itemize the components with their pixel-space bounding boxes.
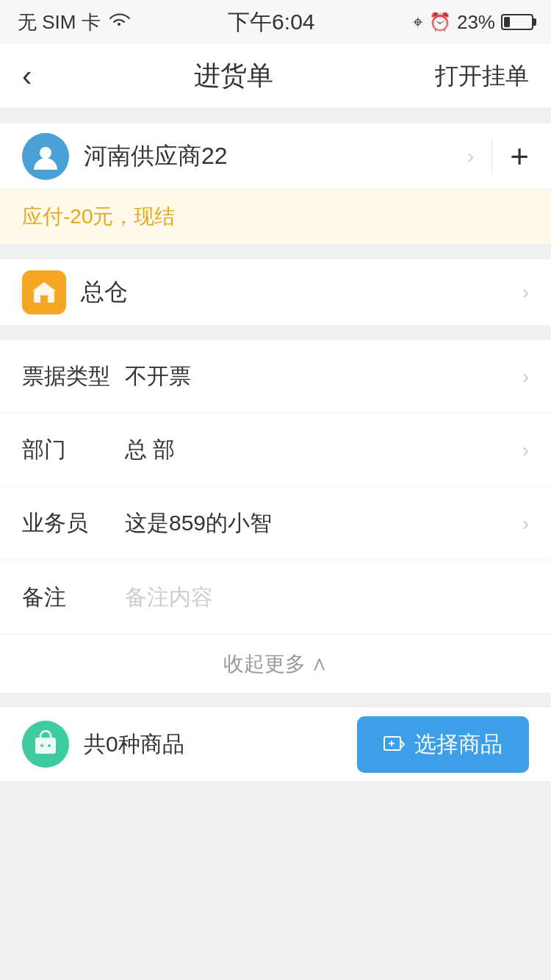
- invoice-type-arrow-icon: ›: [522, 365, 529, 389]
- remark-row[interactable]: 备注 备注内容: [0, 561, 551, 634]
- notice-bar: 应付-20元，现结: [0, 190, 551, 245]
- battery-icon: [501, 14, 533, 30]
- form-divider: [0, 325, 551, 340]
- form-section: 票据类型 不开票 › 部门 总 部 › 业务员 这是859的小智 › 备注 备注…: [0, 340, 551, 634]
- salesperson-arrow-icon: ›: [522, 512, 529, 536]
- invoice-type-row[interactable]: 票据类型 不开票 ›: [0, 340, 551, 414]
- warehouse-icon: [22, 270, 66, 314]
- alarm-icon: ⏰: [429, 12, 451, 32]
- product-icon: [22, 721, 69, 768]
- battery-percent: 23%: [457, 11, 495, 34]
- supplier-name: 河南供应商22: [84, 140, 467, 173]
- nav-bar: ‹ 进货单 打开挂单: [0, 44, 551, 109]
- svg-point-6: [48, 744, 51, 747]
- select-product-label: 选择商品: [414, 729, 503, 760]
- status-left: 无 SIM 卡: [18, 10, 130, 35]
- status-right: ⌖ ⏰ 23%: [413, 11, 533, 34]
- supplier-divider: [491, 138, 492, 175]
- status-bar: 无 SIM 卡 下午6:04 ⌖ ⏰ 23%: [0, 0, 551, 44]
- page-title: 进货单: [194, 58, 273, 94]
- supplier-section[interactable]: 河南供应商22 › +: [0, 123, 551, 190]
- salesperson-label: 业务员: [22, 508, 118, 538]
- salesperson-row[interactable]: 业务员 这是859的小智 ›: [0, 487, 551, 561]
- supplier-arrow-icon: ›: [467, 145, 474, 168]
- product-count-label: 共0种商品: [84, 729, 357, 760]
- collapse-button[interactable]: 收起更多 ∧: [0, 634, 551, 693]
- warehouse-name: 总仓: [81, 276, 522, 309]
- bottom-bar: 共0种商品 选择商品: [0, 707, 551, 781]
- svg-point-0: [40, 147, 51, 159]
- department-row[interactable]: 部门 总 部 ›: [0, 414, 551, 487]
- invoice-type-value: 不开票: [118, 361, 522, 392]
- open-pending-button[interactable]: 打开挂单: [435, 60, 529, 93]
- warehouse-arrow-icon: ›: [522, 281, 529, 304]
- page-background: [0, 781, 551, 980]
- carrier-label: 无 SIM 卡: [18, 10, 101, 35]
- svg-point-5: [40, 744, 43, 747]
- status-time: 下午6:04: [228, 7, 314, 37]
- department-arrow-icon: ›: [522, 439, 529, 462]
- svg-marker-2: [32, 282, 56, 291]
- supplier-avatar: [22, 133, 69, 180]
- svg-rect-3: [40, 295, 48, 303]
- top-divider: [0, 109, 551, 123]
- middle-divider: [0, 245, 551, 259]
- remark-value[interactable]: 备注内容: [118, 583, 529, 613]
- back-button[interactable]: ‹: [22, 60, 32, 93]
- salesperson-value: 这是859的小智: [118, 508, 522, 538]
- bottom-divider: [0, 693, 551, 707]
- select-product-button[interactable]: 选择商品: [357, 716, 529, 773]
- department-value: 总 部: [118, 435, 522, 465]
- svg-rect-4: [35, 738, 56, 754]
- remark-label: 备注: [22, 583, 118, 613]
- warehouse-section[interactable]: 总仓 ›: [0, 259, 551, 325]
- collapse-label: 收起更多 ∧: [223, 650, 328, 678]
- add-supplier-button[interactable]: +: [510, 138, 529, 175]
- wifi-icon: [108, 11, 130, 34]
- location-icon: ⌖: [413, 12, 423, 32]
- department-label: 部门: [22, 435, 118, 465]
- notice-text: 应付-20元，现结: [22, 205, 175, 228]
- invoice-type-label: 票据类型: [22, 361, 118, 392]
